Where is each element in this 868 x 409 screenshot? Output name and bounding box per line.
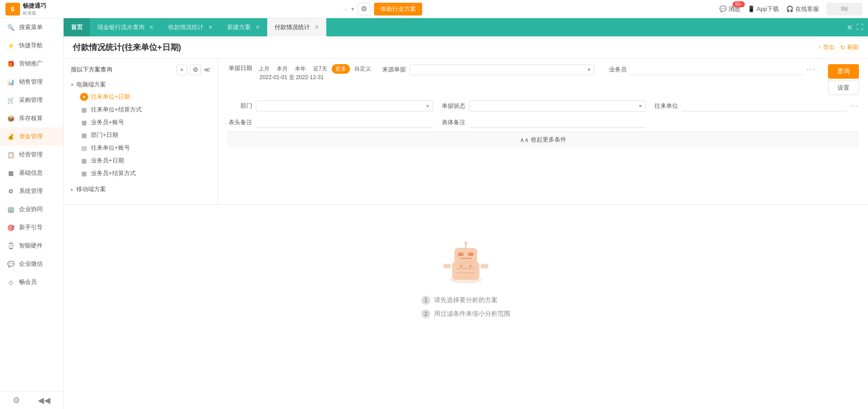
tab-bank[interactable]: 现金银行流水查询 ✕: [90, 18, 161, 36]
logo-icon: 6: [5, 3, 20, 15]
date-tab-this-month[interactable]: 本月: [274, 64, 290, 74]
date-label: 单据日期: [227, 64, 252, 72]
filter-row-2: 部门 ▾ 单据状态 ▾: [227, 101, 859, 111]
status-select[interactable]: ▾: [469, 101, 646, 111]
scheme-group-desktop-header[interactable]: ▾ 电脑端方案: [71, 79, 210, 91]
date-tab-this-year[interactable]: 本年: [292, 64, 309, 74]
date-tab-custom[interactable]: 自定义: [352, 64, 374, 74]
source-select[interactable]: ▾: [409, 64, 594, 75]
note-head-label: 表头备注: [227, 118, 252, 126]
tab-close-all[interactable]: ✕: [847, 23, 853, 32]
sidebar-item-enterprise[interactable]: 🏢 企业协同: [0, 200, 63, 218]
status-label: 单据状态: [440, 102, 465, 110]
scheme-item-unit-date[interactable]: ● 往来单位+日期: [71, 91, 210, 103]
avatar[interactable]: Rit: [826, 3, 863, 15]
wechat-icon: 💬: [6, 259, 15, 268]
online-service[interactable]: 🎧 在线客服: [786, 5, 819, 13]
tab-receipt-close[interactable]: ✕: [208, 24, 213, 30]
query-button[interactable]: 查询: [828, 64, 859, 79]
note-body-label: 表体备注: [440, 118, 465, 126]
sidebar-collapse-btn[interactable]: ◀◀: [38, 395, 50, 405]
sidebar-item-sales[interactable]: 📊 销售管理: [0, 73, 63, 91]
tab-receipt[interactable]: 收款情况统计 ✕: [161, 18, 220, 36]
date-tab-more[interactable]: 更多: [332, 64, 350, 74]
scheme-add-btn[interactable]: +: [176, 64, 187, 75]
partner-more-btn[interactable]: ···: [850, 102, 859, 110]
note-head-input[interactable]: [256, 117, 433, 128]
sidebar-item-wechat[interactable]: 💬 企业微信: [0, 255, 63, 273]
staff-input[interactable]: [630, 64, 803, 75]
sidebar-item-marketing[interactable]: 🎁 营销推广: [0, 55, 63, 73]
tab-maximize[interactable]: ⛶: [856, 23, 863, 31]
scheme-item-unit-settle[interactable]: ▦ 往来单位+结算方式: [71, 103, 210, 116]
bar-icon: ▤: [80, 144, 88, 152]
partner-input[interactable]: [682, 101, 846, 111]
filter-partner-field: 往来单位 ···: [653, 101, 859, 111]
filter-note-body-field: 表体备注: [440, 117, 646, 128]
trial-button[interactable]: 体验行业方案: [374, 3, 422, 15]
sidebar-settings-btn[interactable]: ⚙: [13, 395, 20, 405]
empty-hint-1: 1 请先选择要分析的方案: [421, 296, 510, 305]
tab-new-close[interactable]: ✕: [255, 24, 260, 30]
scheme-item-unit-account[interactable]: ▤ 往来单位+账号: [71, 141, 210, 154]
sidebar-item-quick-nav[interactable]: ⚡ 快捷导航: [0, 36, 63, 55]
logo-sub: 标准版: [23, 10, 46, 16]
date-tab-last-month[interactable]: 上月: [256, 64, 272, 74]
export-icon: ↑: [818, 44, 822, 51]
sidebar-item-purchase[interactable]: 🛒 采购管理: [0, 91, 63, 109]
refresh-button[interactable]: ↻ 刷新: [840, 43, 859, 51]
scheme-item-staff-account[interactable]: ▦ 业务员+账号: [71, 116, 210, 129]
scheme-config-btn[interactable]: ⚙: [190, 64, 201, 75]
tab-new-scheme[interactable]: 新建方案 ✕: [220, 18, 267, 36]
filter-note-head-field: 表头备注: [227, 117, 433, 128]
gift-icon: 🎁: [6, 59, 15, 68]
svg-rect-8: [443, 264, 451, 268]
sidebar-item-inventory[interactable]: 📦 库存核算: [0, 109, 63, 127]
desktop-expand-arrow: ▾: [71, 82, 74, 88]
tab-home[interactable]: 首页: [64, 18, 90, 36]
tab-payment-close[interactable]: ✕: [314, 24, 319, 30]
nav-icon: ⚡: [6, 41, 15, 50]
svg-rect-2: [454, 248, 477, 264]
breadcrumb-dropdown[interactable]: ▾: [351, 6, 354, 12]
app-download[interactable]: 📱 App下载: [748, 5, 779, 13]
scheme-item-staff-date[interactable]: ▦ 业务员+日期: [71, 154, 210, 167]
sidebar-item-finance[interactable]: 💰 资金管理: [0, 127, 63, 146]
collapse-more-button[interactable]: ∧∧ 收起更多条件: [231, 136, 855, 144]
staff-more-btn[interactable]: ···: [807, 66, 815, 74]
tab-bank-close[interactable]: ✕: [149, 24, 154, 30]
note-body-input[interactable]: [469, 117, 646, 128]
svg-rect-3: [458, 252, 464, 256]
sidebar-item-operation[interactable]: 📋 经营管理: [0, 146, 63, 164]
app-icon: 📱: [748, 5, 755, 12]
page-title: 付款情况统计(往来单位+日期): [73, 42, 181, 53]
scheme-group-desktop: ▾ 电脑端方案 ● 往来单位+日期 ▦ 往来单位+结算方式: [71, 79, 210, 180]
source-select-arrow: ▾: [588, 66, 590, 73]
box-icon: 📦: [6, 114, 15, 123]
export-button[interactable]: ↑ 导出: [818, 43, 835, 51]
top-bar: 6 畅捷通巧 标准版 ··· ▾ ⚙ 体验行业方案 💬 消息 99+ 📱 App…: [0, 0, 868, 18]
tab-payment[interactable]: 付款情况统计 ✕: [267, 18, 326, 36]
notification-area[interactable]: 💬 消息 99+: [719, 5, 740, 13]
date-tab-7days[interactable]: 近7天: [310, 64, 330, 74]
scheme-group-mobile-header[interactable]: ▸ 移动端方案: [71, 183, 210, 195]
sidebar-item-system[interactable]: ⚙ 系统管理: [0, 182, 63, 200]
topbar-settings-icon[interactable]: ⚙: [358, 3, 370, 15]
sidebar-item-hardware[interactable]: ⌚ 智能硬件: [0, 237, 63, 255]
settings-button[interactable]: 设置: [828, 81, 859, 95]
scheme-active-icon: ●: [80, 93, 88, 101]
settings-circle-icon: ⚙: [6, 187, 15, 196]
scheme-collapse-btn[interactable]: ≪: [204, 66, 210, 73]
sidebar-item-guide[interactable]: 🎯 新手引导: [0, 218, 63, 237]
scheme-item-dept-date[interactable]: ▦ 部门+日期: [71, 129, 210, 141]
sidebar-item-member[interactable]: ◇ 畅会员: [0, 273, 63, 291]
scheme-item-staff-settle[interactable]: ▦ 业务员+结算方式: [71, 167, 210, 180]
dept-select[interactable]: ▾: [256, 101, 433, 111]
dept-select-arrow: ▾: [426, 103, 429, 109]
sidebar-item-basic[interactable]: ▦ 基础信息: [0, 164, 63, 182]
finance-icon: 💰: [6, 132, 15, 141]
sidebar-item-search[interactable]: 🔍 搜索菜单: [0, 18, 63, 36]
sidebar: 🔍 搜索菜单 ⚡ 快捷导航 🎁 营销推广 📊 销售管理 🛒 采购管理 📦 库存核…: [0, 18, 64, 409]
collapse-more-bar: ∧∧ 收起更多条件: [227, 131, 859, 147]
top-bar-left: 6 畅捷通巧 标准版: [5, 2, 46, 16]
